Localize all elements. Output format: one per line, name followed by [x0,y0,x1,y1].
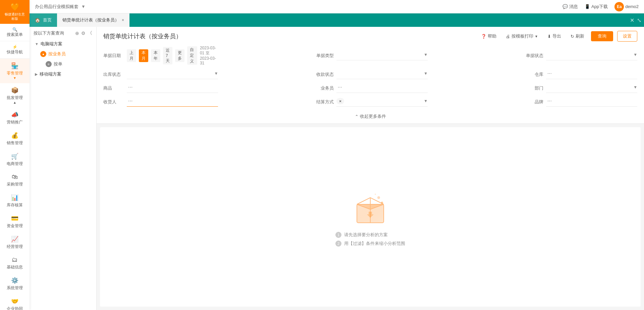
hint-text-2: 用【过滤】条件来缩小分析范围 [344,241,405,247]
avatar-initials: Ea [617,4,622,9]
doc-type-chevron: ▼ [424,52,428,57]
collapse-label: 收起更多条件 [360,113,386,119]
help-icon: ❓ [481,34,486,39]
sidebar-item-sales[interactable]: 💰 销售管理 [0,128,30,149]
panel-settings-icon[interactable]: ⚙ [81,31,86,36]
tree-expand-icon: ▼ [35,42,39,46]
app-download-btn[interactable]: 📱 App下载 [585,4,608,10]
tabs-actions: ✕ ⤡ [630,17,644,23]
sidebar-item-ecommerce-label: 电商管理 [7,161,23,167]
content-area: 按以下方案查询 ⊕ ⚙ 《 ▼ 电脑端方案 ● 按业务员 ≡ [30,27,644,310]
goods-label: 商品 [103,85,127,91]
payment-control: × ▼ [336,97,428,107]
receipt-status-select[interactable]: ▼ [336,69,428,78]
doc-status-chevron: ▼ [633,52,637,57]
svg-point-3 [381,202,383,204]
warehouse-select[interactable]: ··· [546,69,637,78]
print-label: 按模板打印 [512,33,533,39]
left-panel: 按以下方案查询 ⊕ ⚙ 《 ▼ 电脑端方案 ● 按业务员 ≡ [30,27,97,310]
user-name: demo2 [625,4,639,9]
panel-collapse-icon[interactable]: 《 [88,30,92,36]
panel-header: 按以下方案查询 ⊕ ⚙ 《 [30,30,96,39]
sidebar-item-system[interactable]: ⚙️ 系统管理 [0,273,30,294]
goods-select[interactable]: ··· [127,83,218,91]
out-status-chevron: ▼ [214,71,218,76]
tree-desktop-group[interactable]: ▼ 电脑端方案 [30,39,96,49]
sidebar-nav[interactable]: ⚡ 快捷导航 [0,41,30,59]
doc-status-select[interactable]: ▼ [546,51,637,59]
sidebar-item-enterprise[interactable]: 🤝 企业协同 [0,294,30,310]
date-tag-7days[interactable]: 近7天 [163,47,172,64]
refresh-btn[interactable]: ↻ 刷新 [568,32,587,41]
sidebar-item-finance-label: 资金管理 [7,223,23,229]
tab-home[interactable]: 🏠 首页 [30,13,57,27]
settings-btn[interactable]: 设置 [617,31,637,42]
payment-select[interactable]: × ▼ [336,97,428,105]
topbar-dropdown-icon[interactable]: ▼ [81,4,86,9]
wholesale-expand: ▲ [13,101,16,104]
brand-select[interactable]: ··· [546,97,637,105]
system-icon: ⚙️ [11,277,18,284]
receiver-select[interactable]: ··· [127,97,218,105]
date-tag-more[interactable]: 更多 [175,49,184,62]
receiver-dots: ··· [127,98,134,104]
tree-mobile-group[interactable]: ▶ 移动端方案 [30,69,96,79]
dept-select[interactable]: ▼ [546,83,637,91]
query-btn[interactable]: 查询 [591,31,613,41]
tab-maximize-icon[interactable]: ⤡ [637,17,641,23]
tree-by-order[interactable]: ≡ 按单 [30,59,96,69]
warehouse-dots: ··· [546,70,553,76]
payment-tag-close[interactable]: × [339,99,342,104]
dept-chevron: ▼ [633,85,637,90]
sidebar-item-retail[interactable]: 🏪 零售管理 ▼ [0,59,30,83]
out-status-select[interactable]: ▼ [127,69,218,78]
user-avatar-btn[interactable]: Ea demo2 [614,2,639,11]
sidebar-item-marketing[interactable]: 📣 营销推广 [0,108,30,128]
sidebar-menu: 🏪 零售管理 ▼ 📦 批发管理 ▲ 📣 营销推广 💰 销售管理 🛒 电商管理 🛍… [0,59,30,310]
date-tag-custom[interactable]: 自定义 [187,46,197,65]
brand-label: 品牌 [519,99,546,105]
tab-minimize-icon[interactable]: ✕ [630,17,634,23]
filter-row-4: 收货人 ··· 结算方式 × [103,97,637,107]
messages-btn[interactable]: 💬 消息 [562,4,578,10]
warehouse-label: 仓库 [519,71,546,78]
print-dropdown-icon: ▼ [535,35,538,38]
panel-add-icon[interactable]: ⊕ [75,31,79,36]
nav-icon: ⚡ [12,45,17,49]
salesman-select[interactable]: ··· [336,83,428,91]
sidebar-item-purchase[interactable]: 🛍 采购管理 [0,170,30,191]
date-tag-this-month[interactable]: 本月 [139,49,148,62]
sidebar-item-ecommerce[interactable]: 🛒 电商管理 [0,149,30,170]
sidebar-item-operations[interactable]: 📈 经营管理 [0,232,30,253]
sidebar-item-wholesale[interactable]: 📦 批发管理 ▲ [0,83,30,108]
doc-type-select[interactable]: ▼ [336,51,428,59]
collapse-row[interactable]: ⌃ 收起更多条件 [103,111,637,123]
export-label: 导出 [552,33,561,39]
help-btn[interactable]: ❓ 帮助 [478,32,499,41]
purchase-icon: 🛍 [12,173,18,180]
message-icon: 💬 [562,4,568,9]
goods-dots: ··· [127,84,134,90]
sidebar-search[interactable]: 🔍 搜索菜单 [0,24,30,41]
warehouse-control: ··· [546,69,637,79]
sidebar-item-finance[interactable]: 💳 资金管理 [0,211,30,232]
date-tag-this-year[interactable]: 本年 [151,49,160,62]
page-header: 销货单统计计表（按业务员） ❓ 帮助 🖨 按模板打印 ▼ ⬇ [97,27,644,124]
sidebar-item-purchase-label: 采购管理 [7,182,23,187]
date-tag-last-month[interactable]: 上月 [127,49,136,62]
tab-close-btn[interactable]: × [122,18,124,22]
tab-sales-stat[interactable]: 销货单统计计表（按业务员） × [57,13,129,27]
sales-icon: 💰 [11,132,18,139]
messages-label: 消息 [569,4,578,10]
logo-sub: 标版 [11,16,18,21]
tree-salesman[interactable]: ● 按业务员 [30,49,96,59]
sidebar-item-basic[interactable]: 🗂 基础信息 [0,253,30,273]
print-btn[interactable]: 🖨 按模板打印 ▼ [503,32,541,41]
sidebar-item-inventory[interactable]: 📊 库存核算 [0,191,30,211]
export-btn[interactable]: ⬇ 导出 [545,32,564,41]
empty-hint-2: 2 用【过滤】条件来缩小分析范围 [335,241,405,247]
receiver-control: ··· [127,97,218,107]
tree-mobile-label: 移动端方案 [40,71,61,77]
sidebar-nav-label: 快捷导航 [7,49,23,55]
page-header-top: 销货单统计计表（按业务员） ❓ 帮助 🖨 按模板打印 ▼ ⬇ [103,31,637,42]
